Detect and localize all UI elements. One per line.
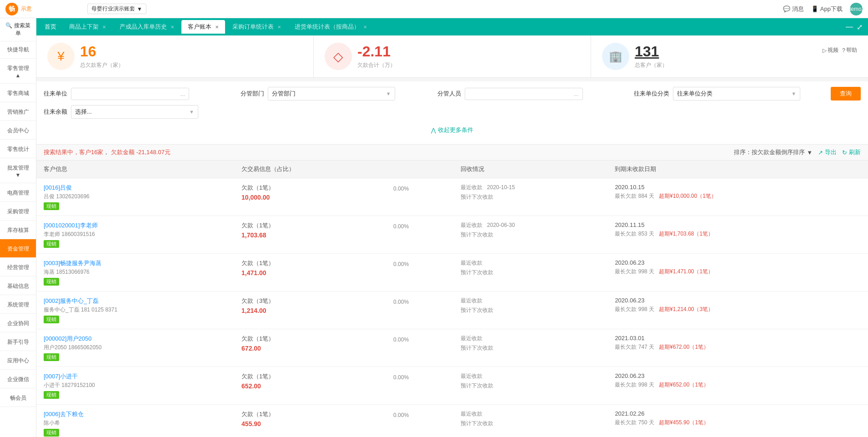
filter-select-balance[interactable]: 选择... ▼	[71, 105, 198, 119]
tab-close-product-inbound[interactable]: ✕	[171, 25, 174, 30]
overdue-link-0[interactable]: 超期¥10,000.00（1笔）	[659, 193, 717, 199]
main-layout: 🔍 搜索菜单 快捷导航 零售管理 ▲ 零售商城 营销推广 会员中心 零售统计	[0, 18, 868, 437]
tab-close-purchase-stat[interactable]: ✕	[277, 25, 281, 30]
export-btn[interactable]: ↗ 导出	[818, 148, 837, 156]
app-download-btn[interactable]: 📱 App下载	[811, 5, 843, 13]
sidebar-label-ecommerce: 电商管理	[2, 189, 34, 197]
tab-close-customer-account[interactable]: ✕	[215, 25, 219, 30]
debt-percent-0: 0.00%	[393, 186, 446, 192]
cell-debt-4: 欠款（1笔） 672.00	[234, 329, 386, 367]
overdue-link-5[interactable]: 超期¥652.00（1笔）	[659, 382, 709, 388]
customer-name-link-5[interactable]: [0007]小进干	[44, 373, 78, 380]
sidebar-item-marketing[interactable]: 营销推广	[0, 102, 36, 121]
sidebar-search[interactable]: 🔍 搜索菜单	[0, 18, 36, 41]
recovery-label-3: 最近收款	[461, 297, 600, 305]
cell-customer-6: [0006]去下粮仓 陈小希 现销	[36, 405, 234, 437]
status-badge-6: 现销	[44, 429, 59, 437]
sidebar-item-retail-stat[interactable]: 零售统计	[0, 140, 36, 158]
tab-customer-account[interactable]: 客户账本 ✕	[181, 20, 225, 34]
sidebar: 🔍 搜索菜单 快捷导航 零售管理 ▲ 零售商城 营销推广 会员中心 零售统计	[0, 18, 36, 437]
help-btn[interactable]: ? 帮助	[842, 46, 857, 54]
customer-name-link-4[interactable]: [000002]用户2050	[44, 335, 92, 342]
video-btn[interactable]: ▷ 视频	[823, 46, 838, 54]
tab-product-inbound[interactable]: 产成品入库单历史 ✕	[113, 20, 181, 34]
recovery-next-1: 预计下次收款	[461, 231, 600, 239]
collapse-btn[interactable]: ⋀ 收起更多条件	[44, 123, 861, 137]
overdue-link-3[interactable]: 超期¥1,214.00（3笔）	[659, 306, 713, 312]
sidebar-item-system[interactable]: 系统管理	[0, 295, 36, 314]
retail-mgmt-arrow-icon: ▲	[15, 72, 21, 79]
filter-input-unit[interactable]: ...	[71, 88, 189, 100]
store-selector[interactable]: 母婴行业演示账套 ▼	[87, 4, 146, 14]
filter-input-person[interactable]: ...	[465, 88, 583, 100]
search-icon: 🔍	[5, 22, 12, 29]
tab-purchase-stat[interactable]: 采购订单统计表 ✕	[226, 20, 287, 34]
sidebar-item-app-center[interactable]: 应用中心	[0, 351, 36, 370]
sidebar-item-batch-mgmt[interactable]: 批发管理 ▼	[0, 158, 36, 183]
customer-name-link-2[interactable]: [0003]畅捷服务尹海蒸	[44, 260, 101, 266]
col-header-customer: 客户信息	[36, 161, 234, 178]
filter-label-unit: 往来单位	[44, 90, 67, 98]
tab-minimize-btn[interactable]: —	[846, 23, 853, 31]
sort-btn[interactable]: 排序：按欠款金额倒序排序 ▼	[734, 148, 813, 156]
filter-select-category[interactable]: 往来单位分类 ▼	[673, 87, 800, 100]
tab-home[interactable]: 首页	[38, 20, 63, 34]
sidebar-item-newbie[interactable]: 新手引导	[0, 332, 36, 351]
sidebar-item-basic-info[interactable]: 基础信息	[0, 276, 36, 295]
table-row: [000002]用户2050 用户2050 18665062050 现销 欠款（…	[36, 329, 868, 367]
sidebar-item-finance[interactable]: 资金管理	[0, 239, 36, 258]
cell-overdue-4: 2021.03.01 最长欠款 747 天 超期¥672.00（1笔）	[607, 329, 868, 367]
customer-name-link-1[interactable]: [0001020001]李老师	[44, 222, 98, 229]
sidebar-item-inventory[interactable]: 库存核算	[0, 221, 36, 239]
sidebar-item-retail-mall[interactable]: 零售商城	[0, 84, 36, 102]
tab-expand-btn[interactable]: ⤢	[857, 23, 863, 31]
sidebar-item-enterprise-wx[interactable]: 企业微信	[0, 370, 36, 388]
debt-amount-6: 455.90	[241, 420, 379, 427]
sidebar-item-ecommerce[interactable]: 电商管理	[0, 183, 36, 202]
tab-close-inbound-stat[interactable]: ✕	[363, 25, 367, 30]
help-icon: ?	[842, 47, 845, 54]
sidebar-item-purchase[interactable]: 采购管理	[0, 202, 36, 221]
overdue-days-1: 最长欠款 853 天 超期¥1,703.68（1笔）	[615, 230, 861, 238]
overdue-link-2[interactable]: 超期¥1,471.00（1笔）	[659, 268, 713, 275]
customer-name-link-3[interactable]: [0002]服务中心_丁磊	[44, 297, 99, 304]
sidebar-item-vip-member[interactable]: 畅会员	[0, 388, 36, 407]
sidebar-item-nav[interactable]: 快捷导航	[0, 41, 36, 59]
stat-info-2: -2.11 欠款合计（万）	[357, 44, 396, 69]
filter-select-dept[interactable]: 分管部门 ▼	[268, 87, 395, 100]
cell-recovery-3: 最近收款 预计下次收款	[453, 291, 607, 329]
overdue-link-4[interactable]: 超期¥672.00（1笔）	[659, 344, 709, 350]
user-avatar-btn[interactable]: demo2	[850, 3, 863, 15]
logo-area: 畅 示意	[5, 3, 87, 15]
customer-name-link-0[interactable]: [0016]吕俊	[44, 184, 72, 191]
sidebar-item-operations[interactable]: 经营管理	[0, 258, 36, 276]
sidebar-item-enterprise[interactable]: 企业协同	[0, 314, 36, 332]
sidebar-label-retail-mgmt: 零售管理	[2, 65, 34, 72]
app-container: 畅 示意 母婴行业演示账套 ▼ 💬 消息 📱 App下载 demo2	[0, 0, 868, 437]
stat-icon-1: ¥	[47, 43, 75, 70]
table-header: 客户信息 欠交易信息（占比） 回收情况 到期未收款日期	[36, 161, 868, 178]
sidebar-label-newbie: 新手引导	[2, 338, 34, 346]
tab-bar-actions: — ⤢	[846, 23, 866, 31]
cell-recovery-0: 最近收款 2020-10-15 预计下次收款	[453, 178, 607, 216]
overdue-link-6[interactable]: 超期¥455.90（1笔）	[659, 419, 709, 426]
debt-percent-1: 0.00%	[393, 223, 446, 230]
sidebar-item-retail-mgmt[interactable]: 零售管理 ▲	[0, 59, 36, 84]
customer-name-link-6[interactable]: [0006]去下粮仓	[44, 411, 84, 417]
message-btn[interactable]: 💬 消息	[783, 5, 804, 13]
tab-inbound-stat[interactable]: 进货单统计表（按商品） ✕	[288, 20, 373, 34]
overdue-days-4: 最长欠款 747 天 超期¥672.00（1笔）	[615, 343, 861, 351]
customer-contact-6: 陈小希	[44, 419, 227, 427]
stat-icon-3: 🏢	[602, 43, 629, 70]
search-button[interactable]: 查询	[831, 87, 861, 100]
store-arrow-icon: ▼	[137, 6, 142, 12]
stat-label-3: 总客户（家）	[635, 61, 667, 69]
refresh-btn[interactable]: ↻ 刷新	[842, 148, 861, 156]
sidebar-label-retail-mall: 零售商城	[2, 90, 34, 97]
debt-amount-5: 652.00	[241, 382, 379, 390]
tab-close-product-onoff[interactable]: ✕	[102, 25, 106, 30]
overdue-link-1[interactable]: 超期¥1,703.68（1笔）	[659, 231, 713, 237]
cell-customer-4: [000002]用户2050 用户2050 18665062050 现销	[36, 329, 234, 367]
sidebar-item-member[interactable]: 会员中心	[0, 121, 36, 140]
tab-product-onoff[interactable]: 商品上下架 ✕	[63, 20, 112, 34]
